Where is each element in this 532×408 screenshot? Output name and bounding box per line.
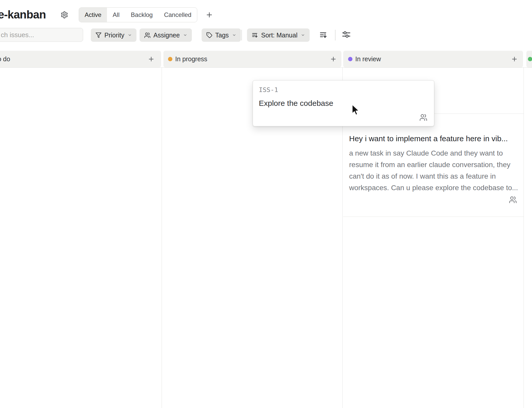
- tags-filter-label: Tags: [215, 32, 229, 39]
- column-divider: [162, 68, 162, 408]
- tab-all[interactable]: All: [107, 8, 125, 22]
- chevron-down-icon: [232, 33, 236, 37]
- priority-filter-button[interactable]: Priority: [91, 28, 136, 42]
- add-card-button[interactable]: [330, 56, 337, 63]
- assignees-icon: [509, 196, 517, 204]
- toolbar-divider: [241, 30, 242, 40]
- column-divider: [524, 68, 524, 408]
- status-dot-in-review: [348, 57, 352, 61]
- chevron-down-icon: [128, 33, 132, 37]
- tab-backlog[interactable]: Backlog: [125, 8, 158, 22]
- assignee-filter-button[interactable]: Assignee: [140, 28, 192, 42]
- toolbar-divider: [335, 30, 336, 40]
- assignees-icon: [419, 114, 427, 121]
- project-settings-button[interactable]: [61, 11, 68, 19]
- column-header-in-review: In review: [343, 51, 523, 67]
- view-tabs: Active All Backlog Cancelled: [79, 7, 197, 22]
- status-dot-in-progress: [168, 57, 172, 61]
- column-label: In progress: [175, 51, 207, 67]
- status-dot-done: [528, 57, 532, 61]
- tab-active[interactable]: Active: [79, 8, 107, 22]
- gear-icon: [61, 11, 68, 19]
- sort-label: Sort: Manual: [261, 32, 298, 39]
- column-label: In review: [355, 51, 381, 67]
- issue-id: ISS-1: [259, 86, 278, 94]
- plus-icon: [511, 56, 518, 63]
- column-header-todo: o do: [0, 51, 161, 67]
- plus-icon: [148, 56, 155, 63]
- drag-preview-card[interactable]: ISS-1 Explore the codebase: [253, 80, 434, 126]
- sort-direction-button[interactable]: [319, 31, 328, 39]
- search-issues-input[interactable]: ch issues...: [0, 28, 83, 42]
- tags-filter-button[interactable]: Tags: [202, 28, 241, 42]
- kanban-board-page: e-kanban Active All Backlog Cancelled ch…: [0, 0, 532, 408]
- sort-descending-icon: [319, 31, 328, 39]
- card-divider: [343, 217, 524, 217]
- issue-title: Explore the codebase: [259, 99, 428, 108]
- plus-icon: [205, 11, 213, 19]
- add-view-button[interactable]: [205, 11, 213, 19]
- sort-lines-down-icon: [252, 32, 258, 38]
- chevron-down-icon: [183, 33, 187, 37]
- assignee-filter-label: Assignee: [153, 32, 180, 39]
- column-label: o do: [0, 51, 10, 67]
- chevron-down-icon: [301, 33, 305, 37]
- column-header-in-progress: In progress: [163, 51, 341, 67]
- priority-filter-label: Priority: [104, 32, 124, 39]
- funnel-icon: [95, 32, 102, 38]
- display-options-button[interactable]: [342, 30, 351, 39]
- issue-card-in-review[interactable]: ISS-2 Hey i want to implement a feature …: [343, 114, 524, 217]
- issue-title: Hey i want to implement a feature here i…: [349, 134, 518, 143]
- sort-button[interactable]: Sort: Manual: [247, 28, 310, 42]
- column-header-done: [526, 51, 532, 67]
- plus-icon: [330, 56, 337, 63]
- sliders-icon: [342, 30, 351, 39]
- search-placeholder: ch issues...: [1, 28, 34, 42]
- page-title: e-kanban: [0, 8, 46, 22]
- tab-cancelled[interactable]: Cancelled: [158, 8, 197, 22]
- add-card-button[interactable]: [148, 56, 155, 63]
- add-card-button[interactable]: [511, 56, 518, 63]
- tag-icon: [206, 32, 212, 38]
- users-icon: [144, 32, 151, 38]
- issue-description: a new task in say Claude Code and they w…: [349, 147, 518, 193]
